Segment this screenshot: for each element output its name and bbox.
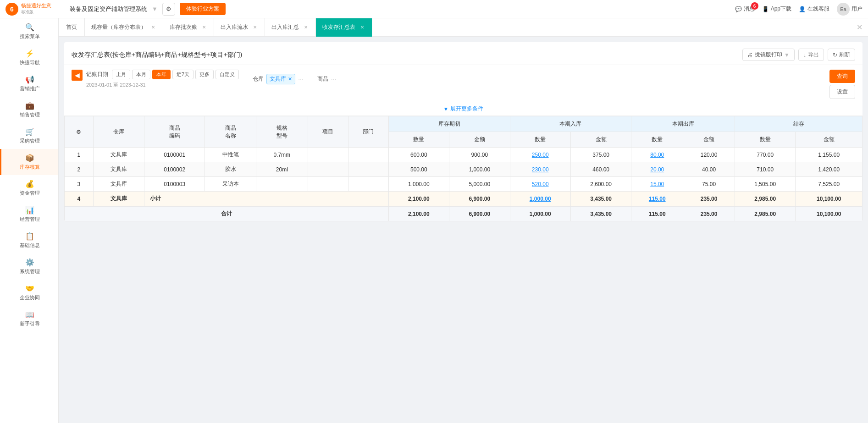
row3-name: 采访本 [205,177,256,192]
search-icon: 🔍 [25,23,34,32]
date-btn-this-month[interactable]: 本月 [132,70,150,79]
row1-in-amt: 375.00 [570,148,631,162]
sidebar-item-finance[interactable]: 💰 资金管理 [0,175,58,201]
warehouse-tag[interactable]: 文具库 ✕ [266,74,295,84]
footer-balance-amt: 10,100.00 [796,206,862,221]
tab-inout-flow[interactable]: 出入库流水 ✕ [214,18,265,37]
row2-num: 2 [65,162,94,177]
user-avatar: Ea [837,3,850,16]
app-download-btn[interactable]: 📱 App下载 [762,5,791,13]
sidebar-item-inventory[interactable]: 📦 库存核算 [0,149,58,175]
content-inner: 收发存汇总表(按仓库+商品编码+商品+规格型号+项目+部门) 🖨 拢镜版打印 ▼… [64,42,862,221]
sidebar-item-system[interactable]: ⚙️ 系统管理 [0,253,58,280]
th-opening-qty: 数量 [388,132,449,148]
tab-home[interactable]: 首页 [59,18,85,37]
sidebar-item-basic[interactable]: 📋 基础信息 [0,227,58,253]
refresh-button[interactable]: ↻ 刷新 [828,49,855,61]
query-button[interactable]: 查询 [829,70,855,83]
warehouse-tag-text: 文具库 [270,75,286,83]
row2-in-qty[interactable]: 230.00 [510,162,570,177]
row1-out-qty[interactable]: 80.00 [631,148,683,162]
tab-close-inventory-dist[interactable]: ✕ [150,24,156,31]
expand-conditions-btn[interactable]: ▼ 展开更多条件 [443,105,484,113]
page-header-actions: 🖨 拢镜版打印 ▼ ↓ 导出 ↻ 刷新 [742,49,855,61]
guide-icon: 📖 [25,310,34,319]
row2-name: 胶水 [205,162,256,177]
filter-main-row: 记账日期 上月 本月 本年 近7天 更多 自定义 [86,70,826,88]
tab-bar-close[interactable]: ✕ [851,23,868,32]
row2-project [308,162,348,177]
tab-close-batch[interactable]: ✕ [201,24,207,31]
row3-out-qty[interactable]: 15.00 [631,177,683,192]
row1-in-qty[interactable]: 250.00 [510,148,570,162]
sidebar-item-purchase[interactable]: 🛒 采购管理 [0,123,58,149]
th-in-qty: 数量 [510,132,570,148]
tab-inout-summary[interactable]: 出入库汇总 ✕ [265,18,316,37]
warehouse-tag-close-icon[interactable]: ✕ [288,76,292,82]
subtotal-num: 4 [65,192,94,207]
sidebar-item-marketing[interactable]: 📢 营销推广 [0,71,58,97]
row1-warehouse: 文具库 [93,148,144,162]
th-dept: 部门 [348,116,388,148]
row3-balance-amt: 7,525.00 [796,177,862,192]
user-btn[interactable]: Ea 用户 [837,3,862,16]
row3-out-amt: 75.00 [683,177,735,192]
row2-out-amt: 40.00 [683,162,735,177]
message-btn[interactable]: 💬 消息 6 [735,5,755,13]
print-button[interactable]: 🖨 拢镜版打印 ▼ [742,49,795,61]
refresh-icon: ↻ [833,52,837,58]
filter-toggle-btn[interactable]: ◀ [72,70,83,81]
logo-icon: 6 [6,3,18,16]
goods-filter-dots[interactable]: ··· [331,76,337,83]
page-content: 收发存汇总表(按仓库+商品编码+商品+规格型号+项目+部门) 🖨 拢镜版打印 ▼… [59,37,868,423]
tab-close-inout-flow[interactable]: ✕ [252,24,258,31]
tab-close-stock-summary[interactable]: ✕ [359,24,365,31]
subtotal-opening-amt: 6,900.00 [449,192,510,207]
row1-out-amt: 120.00 [683,148,735,162]
sidebar-item-collab[interactable]: 🤝 企业协同 [0,280,58,306]
date-filter: 记账日期 上月 本月 本年 近7天 更多 自定义 [86,70,239,88]
online-service-btn[interactable]: 👤 在线客服 [799,5,829,13]
tab-inventory-dist[interactable]: 现存量（库存分布表） ✕ [85,18,163,37]
date-btn-7days[interactable]: 近7天 [172,70,194,79]
date-btn-custom[interactable]: 自定义 [216,70,239,79]
filter-right-buttons: 查询 设置 [829,70,855,99]
filter-section: ◀ 记账日期 上月 本月 本年 近7天 [64,65,862,102]
filter-settings-button[interactable]: 设置 [829,85,855,99]
th-goods-spec: 规格型号 [256,116,308,148]
export-icon: ↓ [803,52,806,58]
sidebar-item-sales[interactable]: 💼 销售管理 [0,97,58,123]
row2-out-qty[interactable]: 20.00 [631,162,683,177]
row2-dept [348,162,388,177]
date-btn-more[interactable]: 更多 [195,70,214,79]
row2-balance-qty: 710.00 [735,162,796,177]
gear-button[interactable]: ⚙ [162,3,175,16]
tab-stock-summary[interactable]: 收发存汇总表 ✕ [316,18,372,37]
sidebar-item-search[interactable]: 🔍 搜索菜单 [0,18,58,44]
tab-close-inout-summary[interactable]: ✕ [303,24,309,31]
row1-balance-amt: 1,155.00 [796,148,862,162]
subtotal-out-qty[interactable]: 115.00 [631,192,683,207]
sidebar-item-operation[interactable]: 📊 经营管理 [0,201,58,227]
purchase-icon: 🛒 [25,127,34,136]
topbar-center: 装备及固定资产辅助管理系统 ▼ ⚙ 体验行业方案 [64,3,735,16]
row2-in-amt: 460.00 [570,162,631,177]
row3-in-qty[interactable]: 520.00 [510,177,570,192]
subtotal-out-amt: 235.00 [683,192,735,207]
sidebar-item-guide[interactable]: 📖 新手引导 [0,306,58,332]
sidebar-item-quick[interactable]: ⚡ 快捷导航 [0,44,58,71]
tab-batch[interactable]: 库存批次账 ✕ [163,18,214,37]
system-title: 装备及固定资产辅助管理系统 [70,5,147,13]
th-out-amt: 金额 [683,132,735,148]
quick-icon: ⚡ [25,49,34,58]
date-btn-last-month[interactable]: 上月 [112,70,130,79]
warehouse-filter-dots[interactable]: ··· [298,76,304,83]
export-button[interactable]: ↓ 导出 [798,49,824,61]
subtotal-in-qty[interactable]: 1,000.00 [510,192,570,207]
warehouse-filter: 仓库 文具库 ✕ ··· [253,74,304,84]
date-label: 记账日期 [86,71,108,78]
th-settings[interactable]: ⚙ [65,116,94,148]
topbar-right: 💬 消息 6 📱 App下载 👤 在线客服 Ea 用户 [735,3,862,16]
date-btn-this-year[interactable]: 本年 [152,70,171,79]
trial-button[interactable]: 体验行业方案 [180,3,226,15]
